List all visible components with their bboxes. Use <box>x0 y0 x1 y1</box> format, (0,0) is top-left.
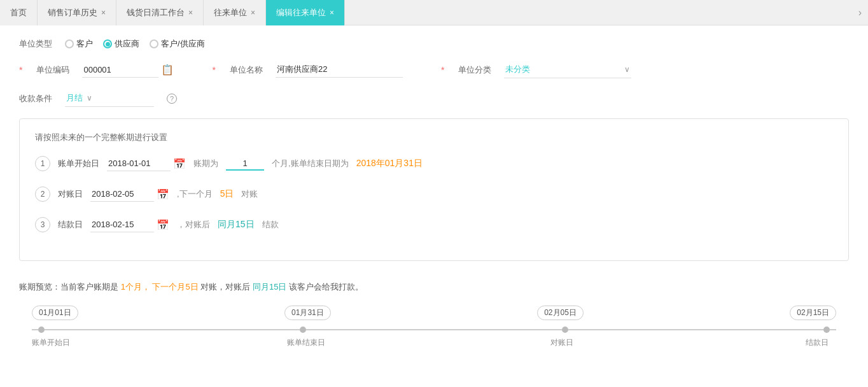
timeline-boxes-row: 01月01日 01月31日 02月05日 02月15日 <box>32 306 836 327</box>
period-suffix: 个月,账单结束日期为 <box>272 158 349 169</box>
payment-cal-icon[interactable]: 📅 <box>157 219 169 231</box>
tl-line-2 <box>306 329 561 330</box>
radio-group: 客户 供应商 客户/供应商 <box>65 38 205 50</box>
setting-row-2: 2 对账日 📅 ,下一个月 5日 对账 <box>35 186 833 202</box>
label-start-date: 账单开始日 <box>58 158 99 169</box>
tl-dot-1 <box>38 327 45 333</box>
settings-title: 请按照未来的一个完整帐期进行设置 <box>35 132 833 143</box>
step-2: 2 <box>35 186 50 202</box>
help-icon[interactable]: ? <box>167 94 177 104</box>
tab-home[interactable]: 首页 <box>0 0 38 25</box>
payment-dropdown-arrow: ∨ <box>87 94 92 102</box>
preview-section: 账期预览：当前客户账期是 1个月， 下一个月5日 对账，对账后 同月15日 该客… <box>19 271 849 348</box>
end-date-highlight: 2018年01月31日 <box>356 158 423 169</box>
timeline-container: 01月01日 01月31日 02月05日 02月15日 <box>19 306 849 348</box>
payment-terms-value: 月结 <box>66 92 83 104</box>
tab-bar: 首页 销售订单历史 × 钱货日清工作台 × 往来单位 × 编辑往来单位 × › <box>0 0 868 25</box>
payment-prefix: ，对账后 <box>177 219 210 230</box>
payment-terms-label: 收款条件 <box>19 93 52 104</box>
payment-terms-row: 收款条件 月结 ∨ ? <box>19 90 849 107</box>
payment-terms-dropdown[interactable]: 月结 ∨ <box>65 90 154 107</box>
tl-node-1: 01月01日 <box>32 306 78 323</box>
period-prefix: 账期为 <box>193 158 218 169</box>
preview-payment-suffix: 该客户会给我打款。 <box>289 282 363 292</box>
close-tab-cash-work[interactable]: × <box>188 8 193 17</box>
unit-name-label: 单位名称 <box>230 64 263 76</box>
tl-line-start <box>32 329 38 330</box>
req-star-code: * <box>19 65 22 75</box>
reconcile-date-input[interactable] <box>90 186 154 202</box>
unit-code-icon[interactable]: 📋 <box>161 64 174 76</box>
unit-cat-label: 单位分类 <box>458 64 491 76</box>
reconcile-suffix: 对账 <box>241 188 258 200</box>
tl-node-4: 02月15日 <box>790 306 836 323</box>
radio-customer[interactable]: 客户 <box>65 38 93 50</box>
tab-sales-order[interactable]: 销售订单历史 × <box>38 0 116 25</box>
label-payment-date: 结款日 <box>58 219 83 230</box>
tab-partner-units[interactable]: 往来单位 × <box>204 0 266 25</box>
preview-period: 1个月， <box>121 282 150 292</box>
payment-date-field: 📅 <box>90 217 169 232</box>
close-tab-partner[interactable]: × <box>251 8 255 17</box>
tl-dot-3 <box>562 327 568 333</box>
setting-row-1: 1 账单开始日 📅 账期为 个月,账单结束日期为 2018年01月31日 <box>35 156 833 171</box>
unit-cat-value: 未分类 <box>505 64 530 75</box>
tl-bottom-label-2: 账单结束日 <box>287 337 325 348</box>
req-star-cat: * <box>441 65 444 75</box>
unit-code-input[interactable] <box>82 62 158 78</box>
payment-date-input[interactable] <box>90 217 154 232</box>
tl-line-end <box>830 329 836 330</box>
tl-bottom-label-1: 账单开始日 <box>32 337 70 348</box>
radio-cs-circle <box>150 39 158 48</box>
expand-icon[interactable]: › <box>852 7 868 18</box>
tl-date-4: 02月15日 <box>790 306 836 320</box>
unit-type-label: 单位类型 <box>19 38 52 50</box>
tl-node-3: 02月05日 <box>537 306 584 323</box>
timeline-labels-row: 账单开始日 账单结束日 对账日 结款日 <box>32 333 836 348</box>
reconcile-day-highlight: 5日 <box>220 188 234 200</box>
unit-cat-arrow: ∨ <box>624 65 630 74</box>
setting-row-3: 3 结款日 📅 ，对账后 同月15日 结款 <box>35 217 833 232</box>
preview-payment: 同月15日 <box>253 282 286 292</box>
tl-dot-2 <box>300 327 306 333</box>
unit-code-label: 单位编码 <box>36 64 69 76</box>
preview-text: 账期预览：当前客户账期是 1个月， 下一个月5日 对账，对账后 同月15日 该客… <box>19 281 849 293</box>
close-tab-sales-order[interactable]: × <box>101 8 106 17</box>
tl-line-3 <box>568 329 823 330</box>
tl-line-1 <box>45 329 300 330</box>
preview-reconcile: 下一个月5日 <box>152 282 198 292</box>
tl-date-1: 01月01日 <box>32 306 78 320</box>
tl-dot-4 <box>823 327 830 333</box>
radio-customer-supplier[interactable]: 客户/供应商 <box>150 38 205 50</box>
timeline-line-row <box>32 327 836 333</box>
start-date-input[interactable] <box>107 156 171 171</box>
unit-info-row: * 单位编码 📋 * 单位名称 * 单位分类 未分类 ∨ <box>19 61 849 78</box>
step-3: 3 <box>35 217 50 232</box>
reconcile-date-field: 📅 <box>90 186 169 202</box>
tl-bottom-label-4: 结款日 <box>798 337 836 348</box>
radio-customer-circle <box>65 39 74 48</box>
preview-reconcile-suffix: 对账，对账后 <box>200 282 250 292</box>
tl-date-2: 01月31日 <box>284 306 331 320</box>
step-1: 1 <box>35 156 50 171</box>
reconcile-prefix: ,下一个月 <box>177 188 213 200</box>
radio-supplier[interactable]: 供应商 <box>103 38 139 50</box>
close-tab-edit-partner[interactable]: × <box>330 8 334 17</box>
tab-edit-partner[interactable]: 编辑往来单位 × <box>266 0 345 25</box>
unit-name-input[interactable] <box>276 62 403 78</box>
unit-cat-dropdown[interactable]: 未分类 ∨ <box>504 61 631 78</box>
settings-box: 请按照未来的一个完整帐期进行设置 1 账单开始日 📅 账期为 个月,账单结束日期… <box>19 118 849 261</box>
label-reconcile-date: 对账日 <box>58 188 83 200</box>
req-star-name: * <box>212 65 215 75</box>
start-date-field: 📅 <box>107 156 186 171</box>
payment-suffix: 结款 <box>262 219 279 230</box>
unit-code-field: 📋 <box>82 62 174 78</box>
reconcile-cal-icon[interactable]: 📅 <box>157 188 169 201</box>
tl-bottom-label-3: 对账日 <box>543 337 581 348</box>
period-input[interactable] <box>226 157 264 171</box>
main-content: 单位类型 客户 供应商 客户/供应商 * 单位编码 📋 * 单位名称 * <box>0 25 868 387</box>
unit-type-row: 单位类型 客户 供应商 客户/供应商 <box>19 38 849 50</box>
tab-cash-work[interactable]: 钱货日清工作台 × <box>116 0 204 25</box>
start-date-cal-icon[interactable]: 📅 <box>173 158 186 170</box>
preview-label: 账期预览：当前客户账期是 <box>19 282 118 292</box>
